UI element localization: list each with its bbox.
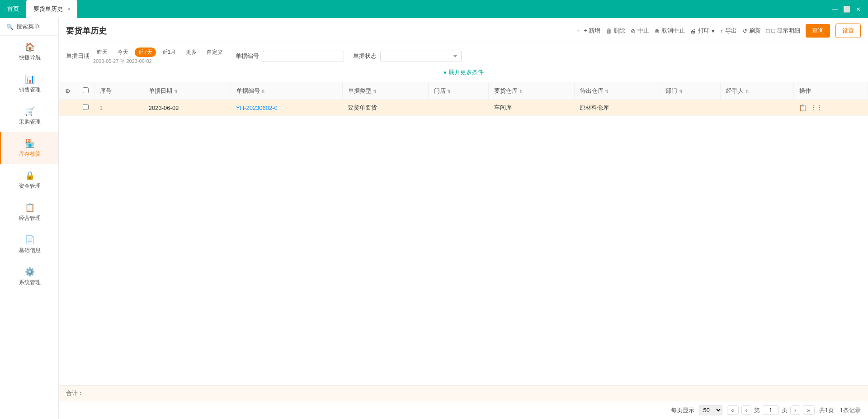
page-nav: « ‹ 第 页 › » [727,405,814,415]
system-icon: ⚙️ [25,267,35,277]
col-dept[interactable]: 部门 ⇅ [660,82,721,100]
cell-doc-type: 要货单要货 [342,100,428,116]
first-page-button[interactable]: « [727,405,738,415]
tab-home[interactable]: 首页 [0,0,26,18]
sort-docno-icon: ⇅ [261,89,265,94]
col-req-warehouse[interactable]: 要货仓库 ⇅ [489,82,574,100]
cancel-stop-button[interactable]: ⊗ 取消中止 [655,27,685,35]
action-icons: 📋 ⋮⋮ [799,104,862,111]
stop-button[interactable]: ⊘ 中止 [631,27,649,35]
date-chip-yesterday[interactable]: 昨天 [93,48,111,57]
table-row[interactable]: 1 2023-06-02 YH-20230602-0 要货单要货 车间库 原材料… [59,100,868,116]
row-checkbox[interactable] [83,104,89,110]
minimize-icon[interactable]: — [832,6,838,13]
print-chevron-icon: ▾ [712,28,715,34]
show-detail-button[interactable]: □ □ 显示明细 [766,27,800,35]
sidebar-search[interactable]: 🔍 搜索菜单 [0,18,58,36]
query-button[interactable]: 查询 [806,24,830,38]
cell-num: 1 [94,100,143,116]
new-label: + 新增 [584,27,600,35]
sidebar: 🔍 搜索菜单 🏠 快捷导航 📊 销售管理 🛒 采购管理 🏪 库存核算 🔒 资金管… [0,18,59,419]
sidebar-item-basic-info[interactable]: 📄 基础信息 [0,229,58,261]
expand-more-icon: ▾ [443,69,447,76]
select-all-checkbox[interactable] [83,87,89,93]
status-select[interactable] [380,51,462,62]
cell-dept [660,100,721,116]
col-store[interactable]: 门店 ⇅ [428,82,489,100]
operations-icon: 📋 [25,203,35,213]
col-doc-type[interactable]: 单据类型 ⇅ [342,82,428,100]
sidebar-item-system[interactable]: ⚙️ 系统管理 [0,261,58,293]
prev-page-button[interactable]: ‹ [741,405,751,415]
sidebar-item-inventory[interactable]: 🏪 库存核算 [0,132,58,164]
cell-store [428,100,489,116]
query-label: 查询 [812,27,824,35]
status-filter-group: 单据状态 [353,51,462,62]
date-chip-7days[interactable]: 近7天 [135,48,156,57]
sidebar-item-sales[interactable]: 📊 销售管理 [0,68,58,100]
settings-button[interactable]: 设置 [835,24,861,38]
col-handler[interactable]: 经手人 ⇅ [721,82,793,100]
date-chip-today[interactable]: 今天 [114,48,132,57]
toolbar: ＋ + 新增 🗑 删除 ⊘ 中止 ⊗ 取消中止 🖨 打印 [576,24,861,38]
sidebar-item-operations[interactable]: 📋 经营管理 [0,196,58,229]
doc-no-filter-group: 单据编号 [236,51,344,62]
page-header: 要货单历史 ＋ + 新增 🗑 删除 ⊘ 中止 ⊗ 取消中止 [59,18,868,42]
more-icon[interactable]: ⋮⋮ [810,104,823,111]
export-button[interactable]: ↑ 导出 [720,27,737,35]
sidebar-item-label-operations: 经营管理 [19,214,41,222]
col-pending-warehouse[interactable]: 待出仓库 ⇅ [574,82,660,100]
tab-bar: 首页 要货单历史 × [0,0,825,18]
next-page-button[interactable]: › [790,405,800,415]
date-chip-custom[interactable]: 自定义 [203,48,226,57]
date-chip-1month[interactable]: 近1月 [159,48,180,57]
tab-close-icon[interactable]: × [67,6,70,12]
sidebar-item-label-inventory: 库存核算 [19,150,41,158]
cancel-stop-icon: ⊗ [655,28,660,34]
stop-label: 中止 [637,27,649,35]
doc-no-input[interactable] [263,51,344,62]
stop-icon: ⊘ [631,28,636,34]
window-controls: — ⬜ ✕ [825,6,868,13]
page-prefix-label: 第 [754,406,760,414]
inventory-icon: 🏪 [25,138,35,148]
sidebar-item-quick-nav[interactable]: 🏠 快捷导航 [0,36,58,68]
close-icon[interactable]: ✕ [856,6,861,13]
expand-more-button[interactable]: ▾ 展开更多条件 [66,68,861,76]
delete-button[interactable]: 🗑 删除 [606,27,625,35]
col-settings[interactable]: ⚙ [59,82,77,100]
table-footer: 合计： [59,385,868,401]
per-page-select[interactable]: 50 100 200 [699,405,722,415]
col-doc-no[interactable]: 单据编号 ⇅ [231,82,342,100]
col-date[interactable]: 单据日期 ⇅ [143,82,231,100]
main-layout: 🔍 搜索菜单 🏠 快捷导航 📊 销售管理 🛒 采购管理 🏪 库存核算 🔒 资金管… [0,18,868,419]
export-label: 导出 [725,27,737,35]
date-range-text: 2023-05-27 至 2023-06-02 [93,58,226,65]
print-button[interactable]: 🖨 打印 ▾ [690,27,715,35]
sort-date-icon: ⇅ [174,89,178,94]
date-filter-label: 单据日期 [66,52,90,60]
sidebar-item-finance[interactable]: 🔒 资金管理 [0,164,58,196]
cell-checkbox [77,100,94,116]
sidebar-search-label: 搜索菜单 [16,23,40,31]
sidebar-item-purchase[interactable]: 🛒 采购管理 [0,100,58,132]
col-checkbox [77,82,94,100]
sort-handler-icon: ⇅ [745,89,749,94]
date-chip-more[interactable]: 更多 [182,48,200,57]
refresh-icon: ↺ [742,28,747,34]
maximize-icon[interactable]: ⬜ [843,6,850,13]
table-header-row: ⚙ 序号 单据日期 ⇅ 单据编号 ⇅ 单据类型 ⇅ 门店 ⇅ 要货仓库 ⇅ 待出… [59,82,868,100]
tab-doc-history-label: 要货单历史 [33,5,63,13]
date-chips: 昨天 今天 近7天 近1月 更多 自定义 [93,48,226,57]
refresh-button[interactable]: ↺ 刷新 [742,27,761,35]
cell-date: 2023-06-02 [143,100,231,116]
last-page-button[interactable]: » [803,405,814,415]
edit-icon[interactable]: 📋 [799,104,807,111]
doc-no-link[interactable]: YH-20230602-0 [236,105,278,111]
pagination-bar: 每页显示 50 100 200 « ‹ 第 页 › » 共1页，1条记录 [59,401,868,419]
cell-doc-no: YH-20230602-0 [231,100,342,116]
tab-doc-history[interactable]: 要货单历史 × [26,0,77,18]
new-button[interactable]: ＋ + 新增 [576,27,600,35]
total-label: 共1页，1条记录 [819,406,861,414]
page-input[interactable] [763,405,779,415]
